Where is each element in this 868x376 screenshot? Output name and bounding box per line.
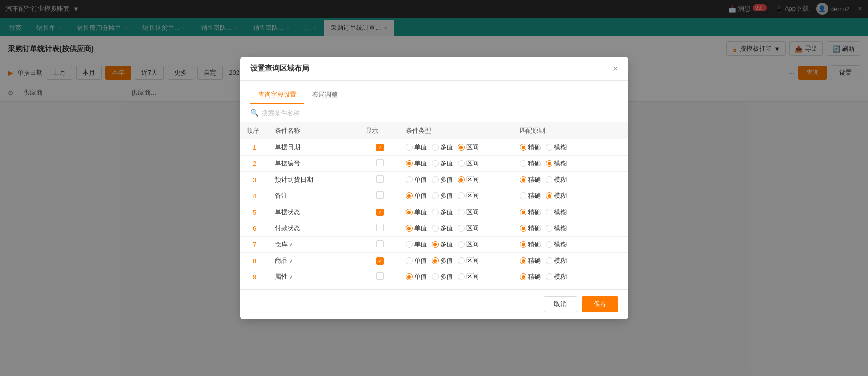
row-display-checkbox[interactable] bbox=[360, 237, 399, 253]
th-type: 条件类型 bbox=[400, 122, 514, 139]
th-match: 匹配原则 bbox=[514, 122, 628, 139]
match-radio-match_exact[interactable]: 精确 bbox=[520, 272, 541, 281]
cancel-btn[interactable]: 取消 bbox=[544, 296, 577, 312]
match-radio-match_exact[interactable]: 精确 bbox=[520, 159, 541, 168]
row-display-checkbox[interactable] bbox=[360, 188, 399, 204]
checkbox[interactable] bbox=[376, 224, 384, 231]
checkbox[interactable] bbox=[376, 144, 384, 151]
match-radio-match_exact[interactable]: 精确 bbox=[520, 143, 541, 152]
type-radio-type_range[interactable]: 区间 bbox=[458, 159, 479, 168]
type-radio-type_single[interactable]: 单值 bbox=[406, 224, 427, 233]
modal-overlay: 设置查询区域布局 × 查询字段设置 布局调整 🔍 顺序 条件名称 bbox=[0, 0, 868, 376]
match-radio-match_fuzzy[interactable]: 模糊 bbox=[546, 240, 567, 249]
row-order: 5 bbox=[240, 204, 269, 220]
row-display-checkbox[interactable] bbox=[360, 253, 399, 269]
table-row: 3预计到货日期单值多值区间精确模糊 bbox=[240, 172, 628, 188]
type-radio-type_single[interactable]: 单值 bbox=[406, 143, 427, 152]
match-radio-match_fuzzy[interactable]: 模糊 bbox=[546, 208, 567, 216]
row-display-checkbox[interactable] bbox=[360, 139, 399, 156]
row-match: 精确模糊 bbox=[514, 204, 628, 220]
type-radio-type_multi[interactable]: 多值 bbox=[432, 143, 453, 152]
type-radio-type_single[interactable]: 单值 bbox=[406, 240, 427, 249]
match-radio-match_fuzzy[interactable]: 模糊 bbox=[546, 159, 567, 168]
type-radio-type_single[interactable]: 单值 bbox=[406, 208, 427, 216]
conditions-table: 顺序 条件名称 显示 条件类型 匹配原则 1单据日期单值多值区间精确模糊2单据编… bbox=[240, 122, 628, 289]
match-radio-match_fuzzy[interactable]: 模糊 bbox=[546, 143, 567, 152]
row-type: 单值多值区间 bbox=[400, 269, 514, 285]
type-radio-type_multi[interactable]: 多值 bbox=[432, 272, 453, 281]
type-radio-type_range[interactable]: 区间 bbox=[458, 272, 479, 281]
row-name: 单据状态 bbox=[269, 204, 360, 220]
type-radio-type_single[interactable]: 单值 bbox=[406, 256, 427, 265]
row-name: 商品 ∨ bbox=[269, 253, 360, 269]
checkbox[interactable] bbox=[376, 175, 384, 183]
checkbox[interactable] bbox=[376, 191, 384, 199]
row-match: 精确模糊 bbox=[514, 237, 628, 253]
match-radio-match_exact[interactable]: 精确 bbox=[520, 208, 541, 216]
match-radio-match_fuzzy[interactable]: 模糊 bbox=[546, 256, 567, 265]
match-radio-match_exact[interactable]: 精确 bbox=[520, 256, 541, 265]
row-name: 预计到货日期 bbox=[269, 172, 360, 188]
type-radio-type_single[interactable]: 单值 bbox=[406, 191, 427, 200]
modal-close-btn[interactable]: × bbox=[613, 64, 618, 73]
row-order: 7 bbox=[240, 237, 269, 253]
row-display-checkbox[interactable] bbox=[360, 172, 399, 188]
match-radio-match_fuzzy[interactable]: 模糊 bbox=[546, 272, 567, 281]
row-name: 属性 ∨ bbox=[269, 269, 360, 285]
match-radio-match_exact[interactable]: 精确 bbox=[520, 240, 541, 249]
row-match: 精确模糊 bbox=[514, 220, 628, 237]
row-display-checkbox[interactable] bbox=[360, 269, 399, 285]
row-type: 单值多值区间 bbox=[400, 204, 514, 220]
checkbox[interactable] bbox=[376, 257, 384, 265]
type-radio-type_range[interactable]: 区间 bbox=[458, 143, 479, 152]
checkbox[interactable] bbox=[376, 240, 384, 247]
checkbox[interactable] bbox=[376, 209, 384, 216]
row-display-checkbox[interactable] bbox=[360, 204, 399, 220]
type-radio-type_multi[interactable]: 多值 bbox=[432, 175, 453, 184]
match-radio-match_exact[interactable]: 精确 bbox=[520, 224, 541, 233]
type-radio-type_range[interactable]: 区间 bbox=[458, 240, 479, 249]
save-btn[interactable]: 保存 bbox=[582, 296, 618, 312]
row-display-checkbox[interactable] bbox=[360, 220, 399, 237]
row-name: 单据编号 bbox=[269, 156, 360, 172]
type-radio-type_single[interactable]: 单值 bbox=[406, 159, 427, 168]
type-radio-type_multi[interactable]: 多值 bbox=[432, 191, 453, 200]
match-radio-match_exact[interactable]: 精确 bbox=[520, 191, 541, 200]
row-name: 单据日期 bbox=[269, 139, 360, 156]
row-type: 单值多值区间 bbox=[400, 139, 514, 156]
row-display-checkbox[interactable] bbox=[360, 156, 399, 172]
match-radio-match_exact[interactable]: 精确 bbox=[520, 175, 541, 184]
checkbox[interactable] bbox=[376, 272, 384, 280]
row-name: 有无商品图片 bbox=[269, 285, 360, 290]
search-input[interactable] bbox=[262, 109, 350, 117]
type-radio-type_multi[interactable]: 多值 bbox=[432, 256, 453, 265]
modal-tabs: 查询字段设置 布局调整 bbox=[240, 81, 628, 104]
tab-layout-label: 布局调整 bbox=[312, 91, 338, 98]
match-radio-match_fuzzy[interactable]: 模糊 bbox=[546, 224, 567, 233]
row-display-checkbox[interactable] bbox=[360, 285, 399, 290]
row-type: 单值多值区间 bbox=[400, 253, 514, 269]
tab-layout[interactable]: 布局调整 bbox=[304, 86, 345, 104]
type-radio-type_range[interactable]: 区间 bbox=[458, 256, 479, 265]
type-radio-type_multi[interactable]: 多值 bbox=[432, 224, 453, 233]
type-radio-type_single[interactable]: 单值 bbox=[406, 175, 427, 184]
row-name: 备注 bbox=[269, 188, 360, 204]
type-radio-type_multi[interactable]: 多值 bbox=[432, 240, 453, 249]
type-radio-type_range[interactable]: 区间 bbox=[458, 224, 479, 233]
row-match: 精确模糊 bbox=[514, 285, 628, 290]
match-radio-match_fuzzy[interactable]: 模糊 bbox=[546, 175, 567, 184]
match-radio-match_fuzzy[interactable]: 模糊 bbox=[546, 191, 567, 200]
table-row: 5单据状态单值多值区间精确模糊 bbox=[240, 204, 628, 220]
tab-query-fields-label: 查询字段设置 bbox=[258, 91, 296, 98]
type-radio-type_single[interactable]: 单值 bbox=[406, 272, 427, 281]
tab-query-fields[interactable]: 查询字段设置 bbox=[250, 86, 304, 104]
type-radio-type_multi[interactable]: 多值 bbox=[432, 159, 453, 168]
type-radio-type_range[interactable]: 区间 bbox=[458, 208, 479, 216]
checkbox[interactable] bbox=[376, 159, 384, 166]
row-order: 4 bbox=[240, 188, 269, 204]
type-radio-type_range[interactable]: 区间 bbox=[458, 191, 479, 200]
type-radio-type_multi[interactable]: 多值 bbox=[432, 208, 453, 216]
table-scroll-area[interactable]: 顺序 条件名称 显示 条件类型 匹配原则 1单据日期单值多值区间精确模糊2单据编… bbox=[240, 122, 628, 289]
search-icon: 🔍 bbox=[250, 109, 259, 117]
type-radio-type_range[interactable]: 区间 bbox=[458, 175, 479, 184]
